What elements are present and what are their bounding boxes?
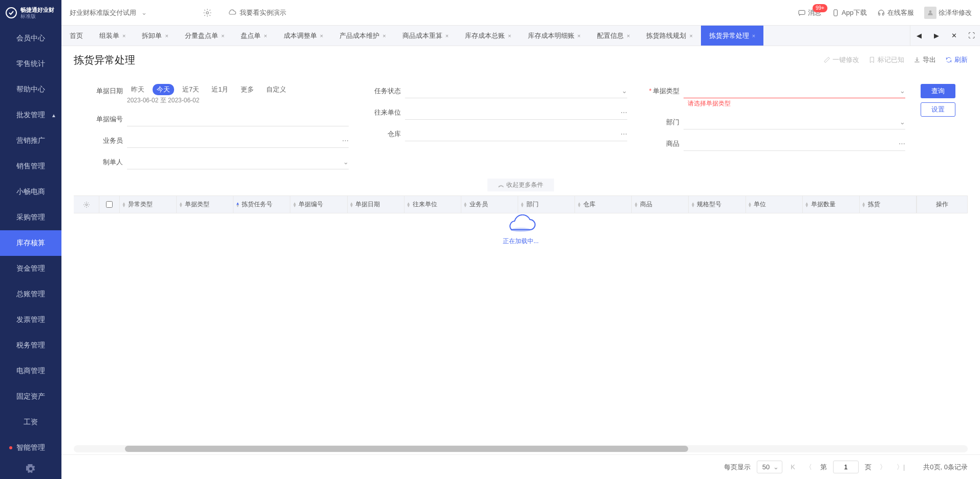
sidebar-item[interactable]: 小畅电商 [0, 179, 61, 205]
close-icon[interactable]: × [627, 33, 630, 39]
table-column-header[interactable]: ▲▼仓库 [575, 196, 632, 213]
table-column-header[interactable]: ▲▼商品 [632, 196, 689, 213]
table-column-header[interactable]: ▲▼异常类型 [120, 196, 177, 213]
close-icon[interactable]: × [445, 33, 449, 39]
filter-partner-input[interactable]: ⋯ [405, 105, 627, 120]
date-shortcut[interactable]: 今天 [153, 84, 174, 95]
table-column-header[interactable]: ▲▼往来单位 [404, 196, 461, 213]
tab[interactable]: 首页 [61, 26, 91, 46]
tabs-expand-button[interactable]: ⛶ [963, 26, 980, 46]
page-last-button[interactable]: 〉| [894, 463, 907, 472]
filter-taskstatus-input[interactable]: ⌄ [405, 84, 627, 98]
sidebar-item[interactable]: 固定资产 [0, 384, 61, 409]
tab[interactable]: 库存成本总账× [457, 26, 519, 46]
sidebar-settings[interactable] [0, 459, 61, 479]
table-checkbox-all[interactable] [99, 196, 120, 213]
table-column-header[interactable]: ▲▼业务员 [461, 196, 518, 213]
tab[interactable]: 产品成本维护× [331, 26, 394, 46]
tab[interactable]: 盘点单× [232, 26, 275, 46]
close-icon[interactable]: × [320, 33, 323, 39]
sidebar-item[interactable]: 批发管理▲ [0, 102, 61, 128]
customer-service-button[interactable]: 在线客服 [877, 8, 914, 17]
table-column-header[interactable]: ▲▼规格型号 [689, 196, 745, 213]
close-icon[interactable]: × [221, 33, 224, 39]
table-settings-button[interactable] [74, 196, 99, 213]
tab[interactable]: 组装单× [91, 26, 134, 46]
sidebar-item[interactable]: 工资 [0, 409, 61, 435]
checkbox[interactable] [106, 201, 113, 208]
settings-icon[interactable] [203, 8, 212, 17]
sidebar-item[interactable]: 智能管理 [0, 435, 61, 459]
tab[interactable]: 商品成本重算× [394, 26, 457, 46]
filter-product-input[interactable]: ⋯ [684, 137, 905, 151]
table-column-header[interactable]: ▲▼单据日期 [348, 196, 404, 213]
sidebar-item[interactable]: 库存核算 [0, 230, 61, 256]
date-shortcut[interactable]: 昨天 [127, 84, 148, 95]
page-first-button[interactable]: K [789, 463, 797, 471]
table-column-header[interactable]: ▲▼单据数量 [803, 196, 860, 213]
sidebar-item[interactable]: 资金管理 [0, 256, 61, 281]
sidebar-item[interactable]: 总账管理 [0, 281, 61, 307]
sidebar-item[interactable]: 零售统计 [0, 51, 61, 77]
tabs-close-button[interactable]: ✕ [945, 26, 963, 46]
tab[interactable]: 配置信息× [589, 26, 638, 46]
user-menu[interactable]: 徐泽华修改 [924, 7, 972, 19]
date-shortcut[interactable]: 自定义 [262, 84, 290, 95]
tabs-next-button[interactable]: ▶ [928, 26, 945, 46]
collapse-filter-button[interactable]: ︽ 收起更多条件 [487, 179, 554, 191]
table-column-header[interactable]: ▲▼单据类型 [177, 196, 233, 213]
tabs-prev-button[interactable]: ◀ [910, 26, 928, 46]
sidebar-item[interactable]: 电商管理 [0, 358, 61, 384]
table-column-header[interactable]: ▲▼拣货任务号 [233, 196, 290, 213]
messages-button[interactable]: 消息 99+ [798, 8, 821, 17]
more-icon: ⋯ [342, 137, 349, 144]
table-column-header[interactable]: ▲▼单据编号 [290, 196, 347, 213]
app-selector[interactable]: 好业财标准版交付试用 ⌄ [70, 8, 203, 17]
page-prev-button[interactable]: 〈 [803, 463, 814, 472]
table-column-header[interactable]: ▲▼拣货 [860, 196, 917, 213]
filter-operator-input[interactable]: ⋯ [127, 134, 349, 148]
tab[interactable]: 拣货异常处理× [701, 26, 763, 46]
close-icon[interactable]: × [578, 33, 581, 39]
demo-link[interactable]: 我要看实例演示 [227, 8, 286, 17]
sidebar-item[interactable]: 营销推广 [0, 128, 61, 154]
tab[interactable]: 库存成本明细账× [520, 26, 589, 46]
filter-docno-input[interactable] [127, 112, 349, 126]
sidebar-item[interactable]: 税务管理 [0, 333, 61, 358]
close-icon[interactable]: × [122, 33, 125, 39]
close-icon[interactable]: × [165, 33, 168, 39]
close-icon[interactable]: × [382, 33, 386, 39]
horizontal-scrollbar[interactable] [74, 445, 968, 452]
sidebar-item[interactable]: 销售管理 [0, 154, 61, 179]
sidebar-item[interactable]: 会员中心 [0, 26, 61, 51]
filter-warehouse-input[interactable]: ⋯ [405, 127, 627, 141]
tab[interactable]: 拣货路线规划× [638, 26, 700, 46]
sidebar-item[interactable]: 发票管理 [0, 307, 61, 333]
per-page-select[interactable]: 50 [757, 461, 782, 473]
close-icon[interactable]: × [264, 33, 267, 39]
page-next-button[interactable]: 〉 [878, 463, 888, 472]
table-column-header[interactable]: ▲▼单位 [746, 196, 803, 213]
sidebar-item[interactable]: 采购管理 [0, 205, 61, 230]
filter-dept-input[interactable]: ⌄ [684, 115, 905, 129]
export-button[interactable]: 导出 [913, 55, 936, 64]
tab[interactable]: 分量盘点单× [177, 26, 232, 46]
page-input[interactable] [833, 461, 859, 473]
close-icon[interactable]: × [689, 33, 692, 39]
filter-doctype-input[interactable]: ⌄ [684, 84, 905, 98]
scrollbar-thumb[interactable] [125, 446, 688, 452]
close-icon[interactable]: × [508, 33, 511, 39]
date-shortcut[interactable]: 近7天 [178, 84, 203, 95]
close-icon[interactable]: × [752, 33, 755, 39]
app-download-button[interactable]: App下载 [832, 8, 867, 17]
tab[interactable]: 拆卸单× [134, 26, 176, 46]
tab[interactable]: 成本调整单× [275, 26, 331, 46]
refresh-button[interactable]: 刷新 [945, 55, 968, 64]
settings-button[interactable]: 设置 [921, 102, 955, 117]
query-button[interactable]: 查询 [921, 84, 955, 98]
filter-maker-input[interactable]: ⌄ [127, 155, 349, 169]
sidebar-item[interactable]: 帮助中心 [0, 77, 61, 102]
date-shortcut[interactable]: 近1月 [207, 84, 232, 95]
date-shortcut[interactable]: 更多 [237, 84, 258, 95]
table-column-header[interactable]: ▲▼部门 [518, 196, 575, 213]
